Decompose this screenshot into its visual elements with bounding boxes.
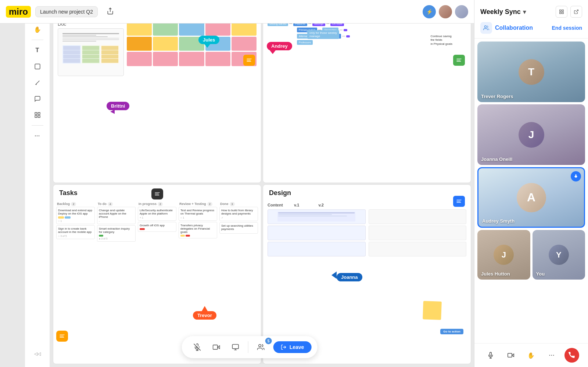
people-count: 5 <box>265 338 272 344</box>
comment-tool[interactable] <box>30 91 45 106</box>
video-tile-row-bottom: J Jules Hutton Y You <box>477 230 585 280</box>
sticky-tool[interactable] <box>30 59 45 74</box>
mic-muted-button[interactable] <box>189 339 205 355</box>
features-content: Doc <box>53 20 261 76</box>
kanban-done: Done 3 How to build from library designs… <box>219 201 258 297</box>
svg-rect-20 <box>456 199 461 200</box>
svg-rect-34 <box>562 10 563 11</box>
svg-rect-28 <box>232 345 239 349</box>
video-tile-trever[interactable]: T Trever Rogers <box>477 42 585 102</box>
tasks-content: Backlog 2 Download and extend app Deploy… <box>53 201 261 300</box>
bottom-toolbar: 5 Leave <box>182 336 318 358</box>
sidebar-controls: ✋ <box>474 343 588 367</box>
board-grid: Features Doc <box>50 0 474 367</box>
mapping-content: Getting started Features Settings Off-ro… <box>263 20 471 46</box>
svg-rect-16 <box>155 195 159 195</box>
text-tool[interactable]: T <box>30 43 45 58</box>
session-title: Weekly Sync ▾ <box>480 8 526 16</box>
svg-rect-11 <box>456 59 461 59</box>
miro-logo[interactable]: miro <box>6 6 31 18</box>
frame-tool[interactable] <box>30 108 45 122</box>
svg-rect-5 <box>38 112 40 114</box>
jules-name: Jules Hutton <box>481 271 510 277</box>
collapse-toolbar[interactable]: ◁◁ <box>30 346 45 361</box>
topbar-icons: ⚡ <box>423 5 468 18</box>
chat-bubble-design <box>453 196 465 207</box>
doc-area: Doc <box>58 20 124 76</box>
svg-rect-18 <box>60 336 64 336</box>
mapping-section[interactable]: Mapping Getting started Features Setting… <box>263 3 471 183</box>
video-tile-joanna[interactable]: J Joanna Oneill <box>477 104 585 165</box>
kanban-inprogress: In progress 2 Life/Security authenticate… <box>138 201 176 297</box>
svg-rect-1 <box>35 64 40 69</box>
collaboration-label: Collaboration <box>495 25 549 31</box>
kanban-todo: To do 4 Change and update account Apple … <box>97 201 136 297</box>
pen-tool[interactable] <box>30 75 45 90</box>
hand-tool[interactable]: ✋ <box>30 22 45 37</box>
design-content: Content v.1 v.2 <box>263 201 471 258</box>
svg-point-47 <box>553 355 554 356</box>
share-button[interactable] <box>104 5 117 18</box>
project-title-btn[interactable]: Launch new project Q2 <box>35 6 98 17</box>
svg-rect-12 <box>456 60 460 60</box>
svg-point-45 <box>549 355 550 356</box>
chat-bubble-tasks-bl <box>56 331 68 342</box>
sidebar-hand-button[interactable]: ✋ <box>524 348 538 363</box>
session-row: Weekly Sync ▾ <box>480 6 582 22</box>
brittni-cursor: Brittni <box>107 102 129 114</box>
people-button[interactable]: 5 <box>251 339 270 355</box>
svg-marker-26 <box>218 346 220 349</box>
doc-preview <box>58 28 124 76</box>
svg-rect-10 <box>247 61 251 61</box>
leave-button[interactable]: Leave <box>273 341 312 353</box>
left-toolbar: ✋ T ··· ◁◁ <box>25 0 50 367</box>
avatar-1[interactable] <box>439 5 452 18</box>
session-actions <box>556 6 582 18</box>
audrey-name: Audrey Smyth <box>482 218 514 224</box>
video-tile-you[interactable]: Y You <box>533 230 585 280</box>
sidebar-more-button[interactable] <box>544 348 559 363</box>
jules-cursor: Jules <box>198 36 219 48</box>
trevor-cursor: Trevor <box>193 306 216 320</box>
external-link-button[interactable] <box>570 6 582 18</box>
video-tile-audrey[interactable]: A Audrey Smyth <box>477 167 585 228</box>
svg-rect-44 <box>508 353 512 357</box>
project-title: Launch new project Q2 <box>40 9 93 15</box>
session-dropdown[interactable]: ▾ <box>523 8 526 15</box>
screen-share-button[interactable] <box>227 339 244 355</box>
end-call-button[interactable] <box>564 348 579 363</box>
video-button[interactable] <box>208 339 225 355</box>
svg-rect-15 <box>155 194 159 194</box>
sidebar-header: Weekly Sync ▾ Collaboration End se <box>474 0 588 39</box>
features-section[interactable]: Features Doc <box>53 3 261 183</box>
sticky-area <box>127 20 257 76</box>
canvas[interactable]: ✋ T ··· ◁◁ <box>25 0 474 367</box>
svg-rect-4 <box>35 112 37 114</box>
you-name: You <box>536 271 545 277</box>
joanna-name: Joanna Oneill <box>481 156 512 162</box>
topbar: miro Launch new project Q2 ⚡ <box>0 0 474 24</box>
svg-line-2 <box>35 81 39 85</box>
sidebar-video-button[interactable] <box>503 348 518 363</box>
filter-icon[interactable]: ⚡ <box>423 5 436 18</box>
svg-rect-8 <box>247 59 251 59</box>
svg-rect-33 <box>560 10 561 11</box>
trever-name: Trever Rogers <box>481 94 513 99</box>
avatar-2[interactable] <box>455 5 468 18</box>
end-session-button[interactable]: End session <box>552 25 582 31</box>
grid-view-button[interactable] <box>556 6 567 18</box>
video-grid: T Trever Rogers J Joanna Oneill A Audr <box>474 39 588 343</box>
svg-rect-6 <box>38 116 40 118</box>
svg-rect-36 <box>560 12 561 14</box>
svg-rect-27 <box>213 345 217 349</box>
chat-bubble-tasks-center <box>151 188 163 199</box>
svg-rect-17 <box>60 335 64 335</box>
more-tools[interactable]: ··· <box>30 129 45 143</box>
kanban-backlog: Backlog 2 Download and extend app Deploy… <box>56 201 95 297</box>
andrey-cursor: Andrey <box>267 42 292 54</box>
sidebar-mic-button[interactable] <box>483 348 498 363</box>
design-title: Design <box>263 185 471 201</box>
kanban-review: Review + Testing 2 Test and Review progr… <box>179 201 217 297</box>
svg-rect-35 <box>562 12 563 14</box>
video-tile-jules[interactable]: J Jules Hutton <box>477 230 530 280</box>
